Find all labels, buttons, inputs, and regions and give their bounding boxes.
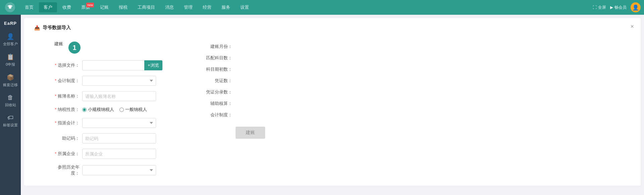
sidebar-logo: EaRP [3,18,18,29]
tag-icon: 🏷 [7,114,13,121]
nav-operation[interactable]: 经营 [198,2,216,12]
ledger-name-row: 账簿名称： [54,91,189,101]
declare-icon: 📋 [7,53,14,61]
radio-small-taxpayer[interactable]: 小规模纳税人 [82,107,114,113]
history-row: 参照历史年度： [54,164,189,176]
card-title: 导爷数据导入 [43,25,71,31]
build-month-row: 建账月份： [202,44,296,50]
form-section: 选择文件： +浏览 会计制度： [54,60,189,176]
migrate-icon: 📦 [7,74,14,81]
nav-bookkeeping[interactable]: 记账 [95,2,113,12]
tax-type-row: 纳税性质： 小规模纳税人 一般纳税人 [54,107,189,113]
account-system-label: 会计制度： [54,78,80,84]
form-left: 建账 1 选择文件： +浏览 [54,41,189,176]
sidebar-item-recycle[interactable]: 🗑 回收站 [1,91,20,110]
memo-row: 助记码： [54,133,189,143]
main-content: 📥 导爷数据导入 × 建账 1 选择文件： [21,15,644,195]
sidebar-item-account-migrate[interactable]: 📦 账套迁移 [1,71,20,90]
company-input[interactable] [82,149,156,159]
ledger-name-input[interactable] [82,91,156,101]
nav-home[interactable]: 首页 [20,2,38,12]
form-area: 建账 1 选择文件： +浏览 [34,41,631,176]
svg-point-1 [9,6,11,9]
layout: EaRP 👤 全部客户 📋 0申报 📦 账套迁移 🗑 回收站 🏷 标签设置 📥 … [0,15,644,195]
member-button[interactable]: ▶ 畅会员 [610,5,627,10]
right-account-system-label: 会计制度： [202,112,232,118]
build-account-button[interactable]: 建账 [236,127,265,139]
fullscreen-button[interactable]: ⛶ 全屏 [593,5,606,10]
account-system-row: 会计制度： [54,76,189,86]
logo [3,1,17,14]
nav-items: 首页 客户 收费 票据 new 记账 报税 工商项目 消息 管理 经营 服务 设… [20,2,593,12]
sidebar-item-tags[interactable]: 🏷 标签设置 [1,112,20,130]
sidebar: EaRP 👤 全部客户 📋 0申报 📦 账套迁移 🗑 回收站 🏷 标签设置 [0,15,21,195]
file-input-wrap: +浏览 [82,60,156,70]
company-label: 所属企业： [54,151,80,157]
accountant-select[interactable] [82,118,156,128]
avatar[interactable]: 👤 [631,2,641,12]
fullscreen-icon: ⛶ [593,5,597,10]
subject-init-row: 科目期初数： [202,66,296,72]
nav-message[interactable]: 消息 [160,2,179,12]
step-wrapper: 建账 1 [54,41,189,54]
match-subject-row: 匹配科目数： [202,55,296,61]
nav-settings[interactable]: 设置 [236,2,254,12]
accountant-label: 指派会计： [54,120,80,126]
memo-input[interactable] [82,133,156,143]
voucher-row: 凭证数： [202,78,296,84]
ledger-name-label: 账簿名称： [54,93,80,99]
new-badge: new [86,3,94,7]
aux-account-row: 辅助核算： [202,101,296,107]
nav-tax[interactable]: 报税 [114,2,132,12]
radio-general-taxpayer[interactable]: 一般纳税人 [119,107,147,113]
form-right: 建账月份： 匹配科目数： 科目期初数： 凭证数： [202,41,296,176]
nav-right: ⛶ 全屏 ▶ 畅会员 👤 [593,2,641,12]
step-label: 建账 [54,41,63,46]
play-icon: ▶ [610,5,613,10]
sidebar-item-all-customers[interactable]: 👤 全部客户 [1,30,20,49]
close-button[interactable]: × [630,23,634,29]
nav-customers[interactable]: 客户 [39,2,57,12]
build-month-label: 建账月份： [202,44,232,50]
match-subject-label: 匹配科目数： [202,55,232,61]
history-select[interactable] [82,165,156,175]
aux-account-label: 辅助核算： [202,101,232,107]
right-account-system-row: 会计制度： [202,112,296,118]
trash-icon: 🗑 [7,94,13,101]
import-icon: 📥 [34,25,40,30]
customers-icon: 👤 [7,33,14,40]
subject-init-label: 科目期初数： [202,66,232,72]
card-header: 📥 导爷数据导入 [34,25,631,31]
top-navigation: 首页 客户 收费 票据 new 记账 报税 工商项目 消息 管理 经营 服务 设… [0,0,644,15]
tax-radio-group: 小规模纳税人 一般纳税人 [82,107,147,113]
browse-button[interactable]: +浏览 [144,60,162,70]
voucher-label: 凭证数： [202,78,232,84]
radio-small-input[interactable] [82,108,87,112]
nav-service[interactable]: 服务 [217,2,235,12]
file-select-row: 选择文件： +浏览 [54,60,189,70]
history-label: 参照历史年度： [54,164,80,176]
import-card: 📥 导爷数据导入 × 建账 1 选择文件： [24,18,641,186]
account-system-select[interactable] [82,76,156,86]
nav-fees[interactable]: 收费 [58,2,76,12]
nav-tickets[interactable]: 票据 new [77,2,95,12]
sidebar-item-zero-declare[interactable]: 📋 0申报 [1,51,20,70]
tax-type-label: 纳税性质： [54,107,80,113]
file-text-input[interactable] [82,60,144,70]
file-label: 选择文件： [54,62,80,68]
radio-general-input[interactable] [119,108,124,112]
accountant-row: 指派会计： [54,118,189,128]
nav-manage[interactable]: 管理 [179,2,197,12]
voucher-records-row: 凭证分录数： [202,89,296,95]
memo-label: 助记码： [54,135,80,141]
nav-bizproject[interactable]: 工商项目 [133,2,160,12]
voucher-records-label: 凭证分录数： [202,89,232,95]
company-row: 所属企业： [54,149,189,159]
step-badge: 1 [68,42,81,54]
